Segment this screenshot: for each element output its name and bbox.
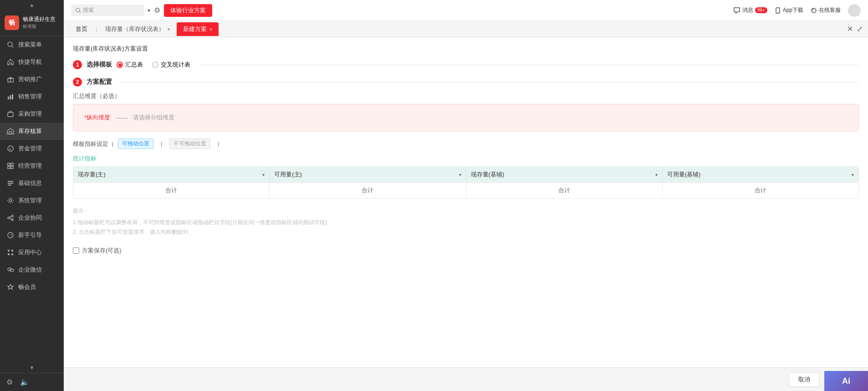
topbar-settings-icon[interactable]: ⚙ (154, 6, 160, 15)
app-version: 标准版 (23, 23, 56, 30)
message-label: 消息 (742, 6, 753, 14)
sidebar-scroll-up[interactable]: ▲ (0, 0, 64, 10)
radio-circle-unchecked (152, 62, 158, 68)
tag-draggable: 可拖动位置 (118, 139, 153, 149)
step2-num: 2 (73, 77, 82, 87)
sidebar-item-cooperation[interactable]: 企业协同 (0, 209, 64, 226)
svg-text:¥: ¥ (9, 147, 11, 151)
stats-cell-1: 合计 (270, 182, 466, 198)
sidebar-item-sales[interactable]: 销售管理 (0, 88, 64, 105)
message-badge: 99+ (755, 7, 767, 13)
sidebar-item-label: 系统管理 (18, 196, 42, 205)
col-header-3[interactable]: 可用量(基辅) ▾ (663, 167, 858, 182)
radio-circle-checked (117, 62, 123, 68)
svg-rect-6 (10, 95, 11, 99)
app-icon (6, 248, 15, 257)
topbar-dropdown[interactable]: ▾ (148, 7, 150, 14)
svg-point-0 (8, 42, 12, 46)
svg-rect-13 (11, 163, 13, 165)
col-down-icon-3[interactable]: ▾ (852, 172, 854, 177)
svg-point-21 (11, 215, 13, 217)
col-down-icon-0[interactable]: ▾ (262, 172, 265, 177)
radio-summary-table[interactable]: 汇总表 (117, 61, 143, 69)
tab-inventory-close[interactable]: × (167, 26, 170, 32)
content-area: 现存量(库存状况表)方案设置 1 选择模板 汇总表 交叉统计表 (64, 37, 868, 367)
tab-new-scheme-close[interactable]: × (209, 26, 212, 32)
sidebar-item-app-center[interactable]: 应用中心 (0, 244, 64, 261)
message-button[interactable]: 消息 99+ (733, 6, 767, 14)
tab-home[interactable]: 首页 (69, 22, 94, 36)
tab-new-scheme[interactable]: 新建方案 × (177, 22, 219, 36)
sidebar-scroll-down[interactable]: ▼ (0, 363, 64, 373)
tabbar: 首页 | 现存量（库存状况表） × 新建方案 × ✕ ⤢ (64, 21, 868, 37)
col-label-0: 现存量(主) (78, 170, 106, 179)
grid-icon (6, 162, 15, 170)
step2-divider (121, 82, 859, 82)
link-icon (6, 214, 15, 222)
home-icon (6, 58, 15, 66)
sidebar-item-search-menu[interactable]: 搜索菜单 (0, 36, 64, 53)
col-header-0[interactable]: 现存量(主) ▾ (73, 167, 270, 182)
indicator-label-text: 模板指标设定（ (73, 140, 114, 148)
svg-rect-5 (8, 97, 9, 99)
stats-table-row: 合计 合计 合计 合计 (73, 182, 858, 198)
settings-footer-icon[interactable]: ⚙ (6, 378, 13, 386)
search-box[interactable]: 搜索 (71, 5, 144, 16)
save-checkbox[interactable] (73, 247, 79, 254)
radio-cross-table[interactable]: 交叉统计表 (152, 61, 190, 69)
service-button[interactable]: 在线客服 (811, 6, 841, 14)
phone-icon (775, 7, 781, 14)
tab-home-label: 首页 (76, 25, 87, 33)
stats-cell-2: 合计 (466, 182, 663, 198)
trial-button[interactable]: 体验行业方案 (164, 4, 212, 17)
dimension-placeholder: 请选择分组维度 (133, 113, 174, 122)
svg-rect-30 (11, 253, 13, 255)
sidebar-item-vip[interactable]: 畅会员 (0, 278, 64, 296)
sidebar-item-marketing[interactable]: 营销推广 (0, 71, 64, 88)
svg-point-19 (10, 200, 12, 202)
svg-line-35 (79, 11, 81, 13)
dimension-required-label: *纵向维度 (84, 113, 110, 122)
stats-section: 统计指标 现存量(主) ▾ 可用量(主) ▾ 现存量(基辅) (73, 154, 859, 199)
tab-inventory-status[interactable]: 现存量（库存状况表） × (99, 22, 176, 36)
svg-line-1 (12, 46, 13, 47)
tip-item-1: 2. 点击标题栏下拉可设置排序、插入列和删除列 (73, 227, 859, 237)
app-download-button[interactable]: App下载 (775, 6, 803, 14)
sidebar-item-label: 搜索菜单 (18, 41, 42, 49)
sidebar-item-finance[interactable]: ¥ 资金管理 (0, 140, 64, 157)
dimension-box[interactable]: *纵向维度 —— 请选择分组维度 (73, 104, 859, 131)
vip-icon (6, 283, 15, 291)
sidebar-item-operation[interactable]: 经营管理 (0, 157, 64, 175)
col-down-icon-1[interactable]: ▾ (459, 172, 461, 177)
save-row: 方案保存(可选) (73, 247, 859, 255)
col-header-1[interactable]: 可用量(主) ▾ (270, 167, 466, 182)
message-icon (733, 7, 740, 14)
wechat-icon (6, 266, 15, 274)
search-placeholder: 搜索 (83, 6, 94, 14)
sidebar-item-inventory[interactable]: 库存核算 (0, 123, 64, 140)
sidebar-item-guide[interactable]: ? 新手引导 (0, 226, 64, 244)
sidebar-item-basic-info[interactable]: 基础信息 (0, 175, 64, 192)
col-header-2[interactable]: 现存量(基辅) ▾ (466, 167, 663, 182)
col-down-icon-2[interactable]: ▾ (655, 172, 658, 177)
tab-minimize-btn[interactable]: ✕ (847, 25, 853, 33)
svg-text:?: ? (10, 233, 12, 238)
sidebar-footer: ⚙ 🔈 (0, 373, 64, 391)
step2-section: 2 方案配置 汇总维度（必选） *纵向维度 —— 请选择分组维度 模板指标设定（… (73, 77, 859, 237)
ai-badge[interactable]: Ai (824, 371, 868, 391)
cancel-button[interactable]: 取消 (789, 372, 820, 387)
user-avatar[interactable] (848, 4, 861, 17)
indicator-label-suffix2: ） (217, 140, 223, 148)
sidebar-logo: 畅 畅康通好生意 标准版 (0, 10, 64, 36)
sidebar-nav: 搜索菜单 快捷导航 营销推广 销售管理 采购管理 (0, 36, 64, 363)
guide-icon: ? (6, 231, 15, 239)
sidebar-item-purchase[interactable]: 采购管理 (0, 105, 64, 123)
step1-title: 选择模板 (87, 61, 112, 69)
sidebar-item-label: 销售管理 (18, 93, 42, 101)
tab-expand-btn[interactable]: ⤢ (857, 25, 863, 33)
save-label: 方案保存(可选) (82, 247, 122, 255)
sidebar-item-wechat[interactable]: 企业微信 (0, 261, 64, 278)
sidebar-item-system[interactable]: 系统管理 (0, 192, 64, 209)
sidebar-item-quick-nav[interactable]: 快捷导航 (0, 53, 64, 71)
sound-footer-icon[interactable]: 🔈 (20, 378, 29, 386)
